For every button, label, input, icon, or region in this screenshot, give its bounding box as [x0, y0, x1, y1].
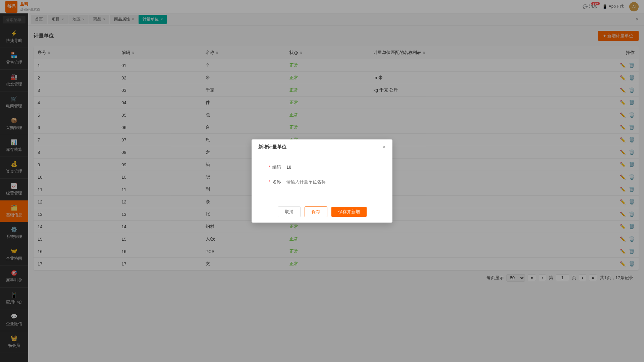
save-button[interactable]: 保存	[305, 206, 327, 217]
cancel-button[interactable]: 取消	[278, 206, 301, 217]
modal-close-btn[interactable]: ×	[383, 144, 386, 150]
form-item-code: * 编码	[261, 163, 383, 171]
code-label: * 编码	[261, 164, 281, 170]
form-item-name: * 名称	[261, 178, 383, 186]
code-required: *	[269, 165, 270, 170]
modal-overlay[interactable]: 新增计量单位 × * 编码 * 名称 取消 保存 保存并新增	[0, 0, 644, 362]
save-new-button[interactable]: 保存并新增	[331, 207, 367, 217]
modal-header: 新增计量单位 ×	[252, 139, 392, 155]
modal-body: * 编码 * 名称	[252, 155, 392, 201]
modal-title: 新增计量单位	[258, 144, 286, 150]
modal-footer: 取消 保存 保存并新增	[252, 201, 392, 223]
add-unit-modal: 新增计量单位 × * 编码 * 名称 取消 保存 保存并新增	[252, 139, 392, 223]
name-required: *	[269, 179, 270, 184]
name-input[interactable]	[285, 178, 383, 186]
code-input[interactable]	[285, 163, 383, 171]
name-label: * 名称	[261, 179, 281, 185]
